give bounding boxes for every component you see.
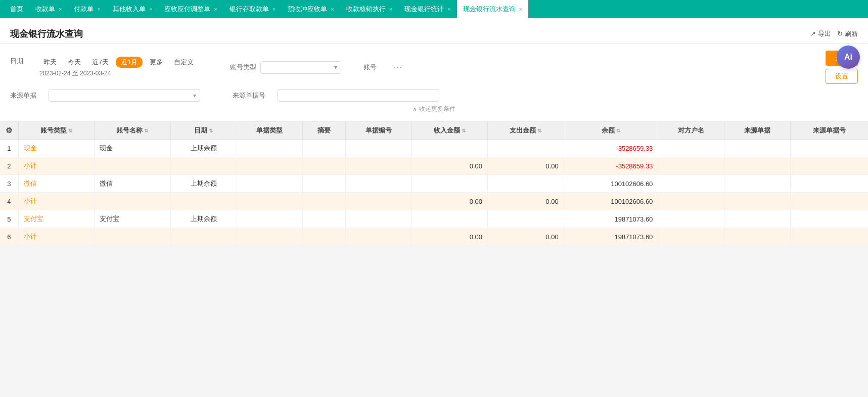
date-btn-today[interactable]: 今天 <box>64 57 85 68</box>
th-expense[interactable]: 支出金额⇅ <box>488 122 564 140</box>
sort-account-name-icon: ⇅ <box>144 128 148 134</box>
th-income[interactable]: 收入金额⇅ <box>412 122 488 140</box>
nav-item-bank-deposit[interactable]: 银行存取款单 × <box>223 0 282 18</box>
th-doc-no: 单据编号 <box>345 122 412 140</box>
source-doc-select-wrapper <box>49 89 200 102</box>
account-type-label: 账号类型 <box>230 63 256 72</box>
header-actions: ↗ 导出 ↻ 刷新 <box>810 29 858 38</box>
nav-item-receipt[interactable]: 收款单 × <box>29 0 68 18</box>
close-bank-stats-icon[interactable]: × <box>447 0 450 18</box>
date-range-display: 2023-02-24 至 2023-03-24 <box>39 69 198 78</box>
data-table: ⚙ 账号类型⇅ 账号名称⇅ 日期⇅ 单据类型 摘要 单据编号 <box>0 122 868 246</box>
close-prepay-icon[interactable]: × <box>331 0 334 18</box>
sort-income-icon: ⇅ <box>462 128 466 134</box>
table-row[interactable]: 2小计0.000.00-3528659.33 <box>0 157 868 175</box>
date-options: 昨天 今天 近7天 近1月 更多 自定义 <box>39 57 198 68</box>
th-counterpart: 对方户名 <box>658 122 724 140</box>
nav-item-payment[interactable]: 付款单 × <box>68 0 106 18</box>
source-doc-label: 来源单据 <box>10 91 36 100</box>
account-type-select[interactable]: 现金 微信 支付宝 <box>260 61 341 74</box>
sort-expense-icon: ⇅ <box>537 128 541 134</box>
chevron-up-icon: ∧ <box>413 106 417 113</box>
top-navigation: 首页 收款单 × 付款单 × 其他收入单 × 应收应付调整单 × 银行存取款单 … <box>0 0 868 18</box>
table-row[interactable]: 3微信微信上期余额100102606.60 <box>0 175 868 193</box>
table-row[interactable]: 6小计0.000.0019871073.60 <box>0 228 868 246</box>
page-title: 现金银行流水查询 <box>10 28 83 40</box>
th-summary: 摘要 <box>303 122 345 140</box>
date-btn-1month[interactable]: 近1月 <box>116 57 143 68</box>
close-writeoff-icon[interactable]: × <box>389 0 392 18</box>
sort-account-type-icon: ⇅ <box>68 128 72 134</box>
nav-item-adjustment[interactable]: 应收应付调整单 × <box>158 0 223 18</box>
page-header: 现金银行流水查询 ↗ 导出 ↻ 刷新 <box>0 18 868 43</box>
th-source-doc-no: 来源单据号 <box>791 122 868 140</box>
collapse-bar: ∧ 收起更多条件 <box>10 102 858 114</box>
account-type-select-wrapper: 现金 微信 支付宝 <box>260 61 341 74</box>
nav-item-bank-flow[interactable]: 现金银行流水查询 × <box>457 0 528 18</box>
refresh-icon: ↻ <box>837 30 843 37</box>
nav-item-other-income[interactable]: 其他收入单 × <box>107 0 158 18</box>
date-btn-custom[interactable]: 自定义 <box>170 57 198 68</box>
filter-area: 日期 昨天 今天 近7天 近1月 更多 自定义 2023-02-24 至 202… <box>0 43 868 122</box>
table-body: 1现金现金上期余额-3528659.332小计0.000.00-3528659.… <box>0 140 868 246</box>
source-doc-no-label: 来源单据号 <box>233 91 265 100</box>
sort-balance-icon: ⇅ <box>616 128 620 134</box>
refresh-button[interactable]: ↻ 刷新 <box>837 29 858 38</box>
source-doc-no-input[interactable] <box>278 89 439 102</box>
date-btn-7days[interactable]: 近7天 <box>88 57 113 68</box>
close-bank-flow-icon[interactable]: × <box>519 0 522 18</box>
close-adjustment-icon[interactable]: × <box>214 0 217 18</box>
table-row[interactable]: 4小计0.000.00100102606.60 <box>0 193 868 210</box>
th-source-doc: 来源单据 <box>724 122 791 140</box>
close-payment-icon[interactable]: × <box>97 0 100 18</box>
th-account-type[interactable]: 账号类型⇅ <box>18 122 95 140</box>
account-dots-button[interactable]: ··· <box>393 63 402 72</box>
source-doc-select[interactable] <box>49 89 200 102</box>
date-btn-more[interactable]: 更多 <box>146 57 167 68</box>
close-bank-deposit-icon[interactable]: × <box>272 0 276 18</box>
date-filter-label: 日期 <box>10 57 35 66</box>
account-label: 账号 <box>363 63 389 72</box>
export-button[interactable]: ↗ 导出 <box>810 29 831 38</box>
settings-gear-icon: ⚙ <box>6 126 12 135</box>
nav-item-home[interactable]: 首页 <box>4 0 29 18</box>
nav-item-bank-stats[interactable]: 现金银行统计 × <box>398 0 456 18</box>
close-other-income-icon[interactable]: × <box>149 0 152 18</box>
close-receipt-icon[interactable]: × <box>59 0 62 18</box>
th-settings[interactable]: ⚙ <box>0 122 18 140</box>
table-row[interactable]: 5支付宝支付宝上期余额19871073.60 <box>0 210 868 228</box>
nav-item-prepay[interactable]: 预收冲应收单 × <box>282 0 340 18</box>
th-date[interactable]: 日期⇅ <box>170 122 237 140</box>
export-icon: ↗ <box>810 30 816 37</box>
table-row[interactable]: 1现金现金上期余额-3528659.33 <box>0 140 868 157</box>
settings-button[interactable]: 设置 <box>826 69 858 84</box>
table-container: ⚙ 账号类型⇅ 账号名称⇅ 日期⇅ 单据类型 摘要 单据编号 <box>0 122 868 246</box>
date-btn-yesterday[interactable]: 昨天 <box>39 57 61 68</box>
th-doc-type[interactable]: 单据类型 <box>237 122 303 140</box>
th-balance[interactable]: 余额⇅ <box>564 122 658 140</box>
collapse-button[interactable]: ∧ 收起更多条件 <box>413 105 455 113</box>
table-header-row: ⚙ 账号类型⇅ 账号名称⇅ 日期⇅ 单据类型 摘要 单据编号 <box>0 122 868 140</box>
th-account-name[interactable]: 账号名称⇅ <box>95 122 171 140</box>
nav-item-writeoff[interactable]: 收款核销执行 × <box>340 0 398 18</box>
ai-assistant-button[interactable]: Ai <box>837 46 860 69</box>
sort-date-icon: ⇅ <box>209 128 213 134</box>
